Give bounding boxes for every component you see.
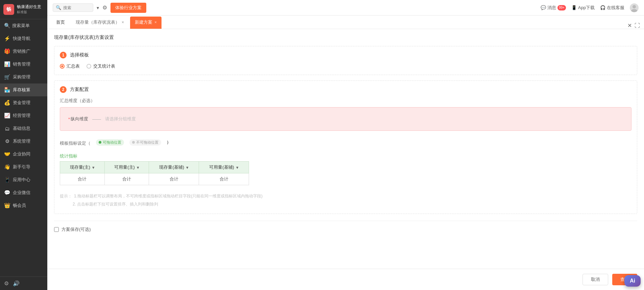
- search-icon: 🔍: [4, 23, 10, 29]
- app-icon: 📱: [571, 5, 577, 10]
- cell-0-2: 合计: [149, 173, 199, 185]
- col-dropdown-0[interactable]: ▾: [92, 165, 95, 170]
- tab-inventory-status[interactable]: 现存量（库存状况表） ×: [71, 17, 129, 29]
- stats-section-label: 统计指标: [60, 153, 631, 159]
- tip-1: 2. 点击标题栏下拉可设置排序、插入列和删除列: [73, 200, 158, 208]
- sidebar-item-quick-nav[interactable]: ⚡ 快捷导航: [0, 32, 47, 45]
- metrics-close-paren: ）: [167, 139, 171, 145]
- sidebar-logo: 畅 畅康通好生意 标准版: [0, 0, 47, 19]
- col-header-0[interactable]: 现存量(主) ▾: [60, 162, 105, 173]
- col-dropdown-3[interactable]: ▾: [236, 165, 239, 170]
- metrics-setting-row: 模板指标设定（ 可拖动位置 不可拖动位置 ）: [60, 136, 631, 149]
- cell-0-0: 合计: [60, 173, 105, 185]
- collab-icon: 🤝: [4, 151, 10, 157]
- user-menu[interactable]: [630, 3, 639, 12]
- save-checkbox[interactable]: [54, 227, 59, 232]
- sidebar-item-label: 采购管理: [13, 74, 30, 80]
- col-header-3[interactable]: 可用量(基辅) ▾: [199, 162, 249, 173]
- col-dropdown-2[interactable]: ▾: [186, 165, 189, 170]
- col-header-2[interactable]: 现存量(基辅) ▾: [149, 162, 199, 173]
- save-label: 方案保存(可选): [61, 226, 91, 233]
- sidebar-item-inventory[interactable]: 🏪 库存核算: [0, 83, 47, 96]
- topbar-search-box[interactable]: 🔍: [53, 3, 93, 12]
- main-area: 🔍 ▾ ⚙ 体验行业方案 💬 消息 99+ 📱 App下载 🎧 在线客服: [47, 0, 644, 290]
- purchase-icon: 🛒: [4, 74, 10, 80]
- sidebar-item-wechat[interactable]: 💬 企业微信: [0, 186, 47, 199]
- col-dropdown-1[interactable]: ▾: [137, 165, 139, 170]
- tab-new-plan[interactable]: 新建方案 ×: [130, 17, 162, 29]
- tabs-bar: 首页 现存量（库存状况表） × 新建方案 × ✕ ⛶: [47, 16, 644, 29]
- cancel-button[interactable]: 取消: [583, 274, 608, 285]
- topbar-dropdown-icon[interactable]: ▾: [97, 5, 99, 10]
- basic-info-icon: 🗂: [4, 125, 10, 131]
- search-input[interactable]: [63, 5, 90, 10]
- sidebar-item-label: 新手引导: [13, 164, 30, 170]
- sidebar-item-label: 基础信息: [13, 125, 30, 131]
- radio-cross-table[interactable]: 交叉统计表: [86, 63, 115, 69]
- sidebar-item-system[interactable]: ⚙ 系统管理: [0, 135, 47, 148]
- col-header-1[interactable]: 可用量(主) ▾: [104, 162, 149, 173]
- stats-data-row: 合计 合计 合计 合计: [60, 173, 249, 185]
- audio-icon[interactable]: 🔊: [13, 280, 20, 287]
- sidebar-item-purchase[interactable]: 🛒 采购管理: [0, 71, 47, 83]
- dimension-box[interactable]: * 纵向维度 —— 请选择分组维度: [60, 107, 631, 131]
- sidebar-item-sales[interactable]: 📊 销售管理: [0, 58, 47, 71]
- message-badge: 99+: [558, 5, 566, 10]
- logo-icon: 畅: [3, 4, 14, 15]
- summary-dim-label: 汇总维度（必选）: [60, 98, 631, 104]
- message-btn[interactable]: 💬 消息 99+: [541, 5, 566, 11]
- sidebar-item-guide[interactable]: 👋 新手引导: [0, 161, 47, 173]
- sales-icon: 📊: [4, 61, 10, 67]
- sidebar: 畅 畅康通好生意 标准版 🔍 搜索菜单 ⚡ 快捷导航 🎁 营销推广 📊 销售管理…: [0, 0, 47, 290]
- trial-btn[interactable]: 体验行业方案: [110, 3, 146, 13]
- radio-summary-circle: [60, 64, 65, 69]
- sidebar-item-label: 经营管理: [13, 113, 30, 119]
- ai-fab-button[interactable]: Ai: [624, 275, 641, 287]
- tip-0: 1.拖动标题栏可以调整布局，不可跨维度或指标区域拖动栏目字段(只能在同一维度或指…: [74, 192, 263, 200]
- sidebar-item-label: 应用中心: [13, 177, 30, 183]
- tabs-window-controls: ✕ ⛶: [627, 22, 640, 29]
- system-icon: ⚙: [4, 138, 10, 144]
- inventory-icon: 🏪: [4, 87, 10, 93]
- app-download-btn[interactable]: 📱 App下载: [571, 5, 595, 11]
- sidebar-item-vip[interactable]: 👑 畅会员: [0, 199, 47, 212]
- cell-0-1: 合计: [104, 173, 149, 185]
- svg-point-0: [633, 5, 636, 8]
- radio-cross-circle: [86, 64, 91, 69]
- tab-close-new-plan[interactable]: ×: [154, 20, 157, 25]
- sidebar-item-finance[interactable]: 💰 资金管理: [0, 96, 47, 109]
- sidebar-item-label: 快捷导航: [13, 35, 30, 42]
- sidebar-item-label: 库存核算: [13, 87, 30, 93]
- sidebar-item-marketing[interactable]: 🎁 营销推广: [0, 45, 47, 58]
- sidebar-item-label: 销售管理: [13, 61, 30, 67]
- fixed-toggle[interactable]: 不可拖动位置: [129, 139, 161, 146]
- tab-close-inventory[interactable]: ×: [122, 20, 124, 25]
- draggable-toggle[interactable]: 可拖动位置: [96, 139, 124, 146]
- marketing-icon: 🎁: [4, 48, 10, 54]
- page-title: 现存量(库存状况表)方案设置: [54, 34, 637, 41]
- sidebar-item-operations[interactable]: 📈 经营管理: [0, 109, 47, 122]
- service-btn[interactable]: 🎧 在线客服: [600, 5, 624, 11]
- draggable-dot: [99, 141, 101, 144]
- section2-num: 2: [60, 86, 67, 93]
- footer-bar: 取消 查询: [47, 269, 644, 290]
- sidebar-item-search[interactable]: 🔍 搜索菜单: [0, 19, 47, 32]
- required-mark: *: [68, 117, 70, 122]
- save-row: 方案保存(可选): [54, 221, 637, 233]
- sidebar-scroll: 🔍 搜索菜单 ⚡ 快捷导航 🎁 营销推广 📊 销售管理 🛒 采购管理 🏪 库存核…: [0, 19, 47, 276]
- radio-summary-table[interactable]: 汇总表: [60, 63, 80, 69]
- sidebar-item-apps[interactable]: 📱 应用中心: [0, 173, 47, 186]
- sidebar-item-label: 系统管理: [13, 138, 30, 144]
- cell-0-3: 合计: [199, 173, 249, 185]
- sidebar-item-basic-info[interactable]: 🗂 基础信息: [0, 122, 47, 135]
- settings-bottom-icon[interactable]: ⚙: [4, 280, 9, 287]
- headset-icon: 🎧: [600, 5, 605, 10]
- window-close-btn[interactable]: ✕: [627, 22, 632, 29]
- topbar: 🔍 ▾ ⚙ 体验行业方案 💬 消息 99+ 📱 App下载 🎧 在线客服: [47, 0, 644, 16]
- operations-icon: 📈: [4, 113, 10, 119]
- dimension-placeholder: 请选择分组维度: [105, 116, 136, 122]
- window-expand-btn[interactable]: ⛶: [635, 23, 640, 29]
- sidebar-item-collab[interactable]: 🤝 企业协同: [0, 148, 47, 161]
- topbar-gear-icon[interactable]: ⚙: [102, 4, 107, 11]
- tab-home[interactable]: 首页: [51, 17, 70, 29]
